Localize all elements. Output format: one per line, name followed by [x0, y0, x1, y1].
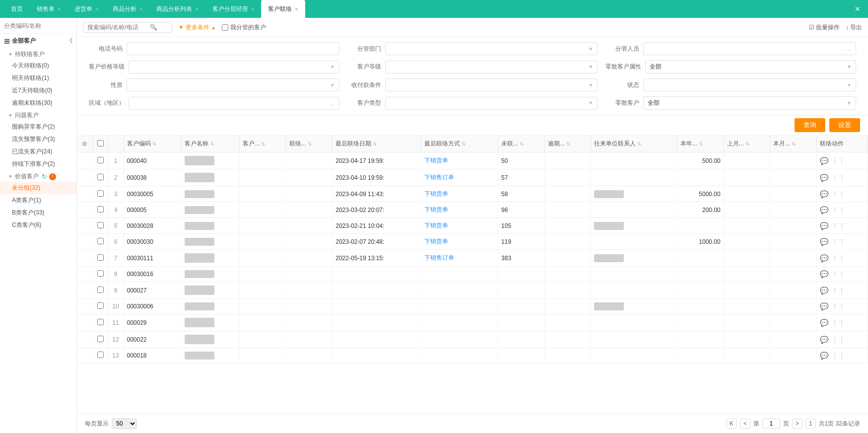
row-check-cell[interactable]	[93, 314, 108, 331]
filter-dept-select[interactable]: ▼	[385, 42, 598, 55]
row-checkbox[interactable]	[97, 157, 104, 163]
first-page-button[interactable]: K	[726, 419, 737, 429]
row-grid-icon[interactable]: ⋮⋮	[831, 254, 845, 262]
sidebar-item-type-c[interactable]: C类客户(6)	[0, 219, 76, 231]
tab-home[interactable]: 首页	[4, 0, 30, 18]
tab-product-analysis[interactable]: 商品分析 ×	[106, 0, 149, 18]
sidebar-group-pending[interactable]: ▼ 待联络客户	[0, 48, 76, 60]
settings-col-header[interactable]: ⚙	[77, 136, 93, 152]
filter-price-level-select[interactable]: ▼	[129, 61, 339, 73]
row-check-cell[interactable]	[93, 267, 108, 282]
row-last-method[interactable]	[421, 331, 498, 348]
filter-nature-select[interactable]: ▼	[127, 78, 339, 91]
query-button[interactable]: 查询	[795, 118, 825, 132]
row-checkbox[interactable]	[97, 270, 104, 277]
row-checkbox[interactable]	[97, 302, 104, 309]
filter-region-select[interactable]: …	[129, 97, 339, 110]
prev-page-button[interactable]: <	[740, 419, 750, 429]
row-chat-icon[interactable]: 💬	[820, 254, 828, 262]
row-last-method[interactable]	[421, 282, 498, 299]
row-checkbox[interactable]	[97, 254, 104, 261]
row-check-cell[interactable]	[93, 250, 108, 267]
sidebar-group-problem[interactable]: ▼ 问题客户	[0, 109, 76, 121]
row-grid-icon[interactable]: ⋮⋮	[831, 206, 845, 214]
row-check-cell[interactable]	[93, 218, 108, 234]
row-chat-icon[interactable]: 💬	[820, 336, 828, 344]
more-conditions-button[interactable]: ▼ 更多条件 ▲	[178, 23, 216, 32]
sidebar-item-ungroup[interactable]: 未分组(32)	[0, 182, 76, 194]
filter-manager-select[interactable]: …	[643, 42, 856, 55]
row-chat-icon[interactable]: 💬	[820, 270, 828, 278]
sidebar-item-type-a[interactable]: A类客户(1)	[0, 194, 76, 207]
row-grid-icon[interactable]: ⋮⋮	[831, 352, 845, 360]
per-page-select[interactable]: 50 100 200	[112, 418, 137, 429]
row-grid-icon[interactable]: ⋮⋮	[831, 190, 845, 198]
sidebar-item-hoard-abnormal[interactable]: 囤购异常客户(2)	[0, 121, 76, 133]
tab-purchase[interactable]: 进货单 ×	[67, 0, 105, 18]
sidebar-item-overdue-pending[interactable]: 逾期未联络(30)	[0, 97, 76, 109]
collapse-icon[interactable]: 《	[67, 37, 72, 45]
tab-customer-contact[interactable]: 客户联络 ×	[261, 0, 305, 18]
next-page-button[interactable]: >	[792, 419, 802, 429]
filter-cust-type-select[interactable]: ▼	[385, 97, 598, 110]
all-customers-header[interactable]: ⊞ 全部客户 《	[0, 34, 76, 48]
sidebar-item-churned[interactable]: 已流失客户(24)	[0, 145, 76, 158]
row-last-method[interactable]: 下销售订单	[421, 169, 498, 186]
row-check-cell[interactable]	[93, 186, 108, 202]
row-last-method[interactable]: 下销货单	[421, 234, 498, 250]
row-chat-icon[interactable]: 💬	[820, 238, 828, 246]
row-last-method[interactable]: 下销货单	[421, 218, 498, 234]
tab-product-analysis-close[interactable]: ×	[139, 6, 142, 12]
close-all-button[interactable]: ×	[851, 4, 864, 14]
row-checkbox[interactable]	[97, 238, 104, 244]
row-chat-icon[interactable]: 💬	[820, 302, 828, 310]
filter-cust-level-select[interactable]: ▼	[385, 61, 598, 73]
row-checkbox[interactable]	[97, 222, 104, 228]
row-last-method[interactable]: 下销货单	[421, 152, 498, 169]
last-page-button[interactable]: 1	[805, 419, 816, 429]
row-check-cell[interactable]	[93, 282, 108, 299]
my-customers-checkbox[interactable]: 我分管的客户	[222, 23, 266, 32]
row-grid-icon[interactable]: ⋮⋮	[831, 319, 845, 327]
page-input[interactable]	[762, 419, 780, 429]
sidebar-search-input[interactable]	[4, 22, 77, 29]
reset-button[interactable]: 设置	[829, 118, 860, 132]
row-check-cell[interactable]	[93, 331, 108, 348]
row-last-method[interactable]: 下销售订单	[421, 250, 498, 267]
row-last-method[interactable]	[421, 267, 498, 282]
row-grid-icon[interactable]: ⋮⋮	[831, 270, 845, 278]
check-all[interactable]	[97, 140, 104, 146]
row-grid-icon[interactable]: ⋮⋮	[831, 302, 845, 310]
tab-customer-segment-close[interactable]: ×	[251, 6, 254, 12]
sidebar-item-7days-pending[interactable]: 近7天待联络(0)	[0, 84, 76, 97]
row-grid-icon[interactable]: ⋮⋮	[831, 174, 845, 182]
sidebar-item-churn-warning[interactable]: 流失预警客户(3)	[0, 133, 76, 145]
row-check-cell[interactable]	[93, 299, 108, 314]
row-grid-icon[interactable]: ⋮⋮	[831, 336, 845, 344]
row-checkbox[interactable]	[97, 287, 104, 293]
tab-purchase-close[interactable]: ×	[95, 6, 98, 12]
sidebar-item-declining[interactable]: 持续下滑客户(2)	[0, 158, 76, 170]
row-last-method[interactable]	[421, 348, 498, 363]
row-chat-icon[interactable]: 💬	[820, 157, 828, 165]
filter-phone-input[interactable]	[127, 42, 339, 55]
row-grid-icon[interactable]: ⋮⋮	[831, 238, 845, 246]
filter-scatter-cust-select[interactable]: 全部▼	[643, 96, 856, 110]
tab-customer-segment[interactable]: 客户分层经营 ×	[205, 0, 261, 18]
row-check-cell[interactable]	[93, 202, 108, 218]
filter-status-select[interactable]: ▼	[643, 78, 856, 91]
sidebar-item-tomorrow-pending[interactable]: 明天待联络(1)	[0, 72, 76, 84]
sidebar-group-value[interactable]: ▼ 价值客户 ↻ !	[0, 170, 76, 182]
row-chat-icon[interactable]: 💬	[820, 206, 828, 214]
search-box[interactable]: 🔍	[83, 22, 172, 33]
tab-product-analysis-list-close[interactable]: ×	[195, 6, 198, 12]
filter-payment-select[interactable]: ▼	[385, 78, 598, 91]
row-chat-icon[interactable]: 💬	[820, 319, 828, 327]
row-check-cell[interactable]	[93, 152, 108, 169]
row-grid-icon[interactable]: ⋮⋮	[831, 287, 845, 294]
row-chat-icon[interactable]: 💬	[820, 190, 828, 198]
tab-customer-contact-close[interactable]: ×	[295, 6, 298, 12]
row-checkbox[interactable]	[97, 206, 104, 213]
row-checkbox[interactable]	[97, 190, 104, 197]
search-input[interactable]	[87, 24, 147, 31]
